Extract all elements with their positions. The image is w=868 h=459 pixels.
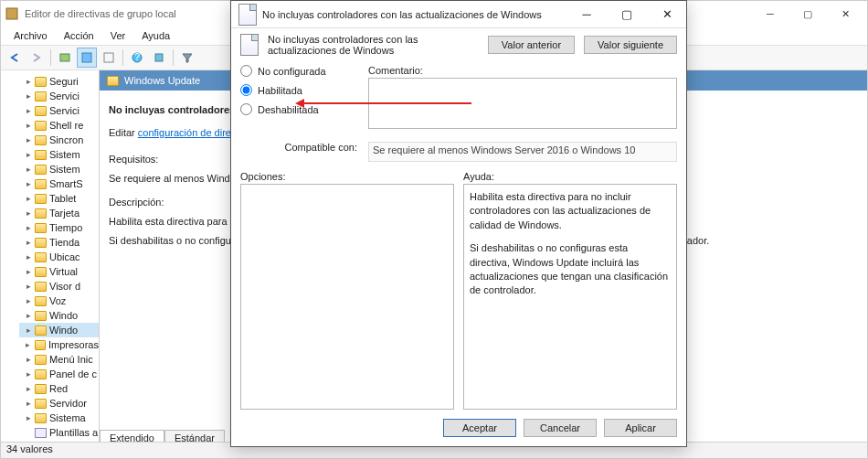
svg-text:?: ?	[134, 52, 140, 62]
menu-view[interactable]: Ver	[103, 28, 133, 43]
tree-item[interactable]: ▸Windo	[19, 323, 99, 337]
policy-dialog: No incluyas controladores con las actual…	[230, 0, 687, 447]
tb-icon-3[interactable]	[99, 48, 119, 68]
comment-label: Comentario:	[368, 65, 677, 76]
compat-label: Compatible con:	[240, 142, 359, 153]
cancel-button[interactable]: Cancelar	[524, 419, 597, 437]
tree-item[interactable]: ▸Sistema	[19, 411, 99, 425]
tb-icon-2[interactable]	[77, 48, 97, 68]
tree-item[interactable]: ▸Sistem	[19, 147, 99, 162]
tree-item[interactable]: ▸Sincron	[19, 133, 99, 147]
tree-item[interactable]: ▸Ubicac	[19, 250, 99, 264]
dialog-subtitle: No incluyas controladores con las actual…	[268, 34, 479, 56]
svg-rect-0	[6, 8, 17, 19]
tree-item[interactable]: ▸Virtual	[19, 264, 99, 279]
tree-item[interactable]: ▸Visor d	[19, 279, 99, 294]
dialog-minimize-button[interactable]: ─	[569, 2, 604, 27]
ok-button[interactable]: Aceptar	[443, 419, 516, 437]
close-button[interactable]: ✕	[827, 5, 863, 23]
app-icon	[5, 6, 19, 21]
annotation-arrow	[298, 102, 471, 104]
tb-icon-1[interactable]	[55, 48, 75, 68]
tree-item[interactable]: ▸Seguri	[19, 74, 99, 89]
dialog-maximize-button[interactable]: ▢	[609, 2, 644, 27]
minimize-button[interactable]: ─	[752, 5, 789, 23]
svg-rect-6	[155, 54, 163, 61]
tree-item[interactable]: ▸Tarjeta	[19, 206, 99, 220]
apply-button[interactable]: Aplicar	[604, 419, 677, 437]
svg-rect-3	[104, 53, 113, 62]
help-label: Ayuda:	[463, 171, 677, 182]
menu-action[interactable]: Acción	[57, 28, 101, 43]
radio-not-configured[interactable]: No configurada	[240, 65, 359, 77]
back-button[interactable]	[5, 48, 25, 68]
tree-item[interactable]: ▸Windo	[19, 308, 99, 323]
tree-pane[interactable]: ▸Seguri▸Servici▸Servici▸Shell re▸Sincron…	[1, 70, 100, 445]
svg-rect-2	[82, 53, 91, 62]
page-icon	[238, 4, 257, 26]
help-box: Habilita esta directiva para no incluir …	[463, 184, 677, 410]
compat-value: Se requiere al menos Windows Server 2016…	[368, 142, 677, 162]
dialog-titlebar: No incluyas controladores con las actual…	[231, 1, 686, 28]
prev-setting-button[interactable]: Valor anterior	[488, 36, 575, 54]
tree-item[interactable]: ▸Red	[19, 381, 99, 396]
dialog-close-button[interactable]: ✕	[650, 2, 684, 27]
tb-icon-5[interactable]	[149, 48, 169, 68]
page-icon	[240, 34, 259, 56]
options-label: Opciones:	[240, 171, 454, 182]
content-header-title: Windows Update	[124, 75, 200, 86]
options-box	[240, 184, 454, 410]
tree-item[interactable]: ▸Impresoras	[19, 337, 99, 352]
radio-enabled[interactable]: Habilitada	[240, 84, 359, 96]
next-setting-button[interactable]: Valor siguiente	[584, 36, 677, 54]
menu-help[interactable]: Ayuda	[134, 28, 177, 43]
maximize-button[interactable]: ▢	[789, 5, 826, 23]
tree-item[interactable]: ▸Sistem	[19, 162, 99, 176]
dialog-title: No incluyas controladores con las actual…	[262, 9, 564, 20]
tree-item[interactable]: ▸Tienda	[19, 235, 99, 250]
tree-item[interactable]: ▸Servici	[19, 89, 99, 103]
tree-item[interactable]: ▸Servidor	[19, 396, 99, 411]
menu-file[interactable]: Archivo	[6, 28, 55, 43]
help-icon[interactable]: ?	[127, 48, 147, 68]
filter-icon[interactable]	[177, 48, 197, 68]
tree-item[interactable]: ▸Tablet	[19, 191, 99, 206]
tree-item[interactable]: ▸Menú Inic	[19, 352, 99, 367]
tree-item[interactable]: ▸Tiempo	[19, 220, 99, 235]
tree-item[interactable]: ▸Voz	[19, 294, 99, 308]
tree-item[interactable]: ▸Servici	[19, 103, 99, 118]
tree-item[interactable]: ▸Panel de c	[19, 367, 99, 381]
svg-rect-1	[60, 54, 69, 61]
forward-button[interactable]	[26, 48, 47, 68]
tree-item[interactable]: ▸Shell re	[19, 118, 99, 133]
tree-item[interactable]: ▸SmartS	[19, 176, 99, 191]
tree-item[interactable]: Plantillas a	[19, 425, 99, 440]
